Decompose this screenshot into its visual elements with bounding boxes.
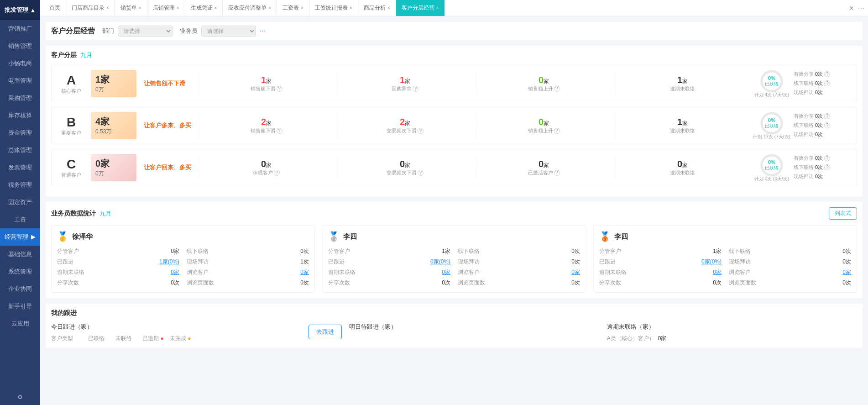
tier-stat-c-3[interactable]: 0家 逾期未联络 (615, 157, 750, 178)
tab-payroll-report[interactable]: 工资统计报表 × (309, 0, 358, 16)
info-icon[interactable]: ? (274, 170, 280, 176)
staff-stat-row: 分管客户 1家 (599, 247, 722, 255)
tier-circle-a: 0% 已联络 计划 4次 (7天/次) (753, 69, 790, 98)
tab-product-analysis[interactable]: 商品分析 × (358, 0, 396, 16)
sidebar-item-assets[interactable]: 固定资产 (0, 194, 40, 211)
tier-stat-c-1[interactable]: 0家 交易频次下滑? (337, 157, 472, 178)
sidebar-header[interactable]: 批发管理 ▲ (0, 0, 40, 20)
tier-row-b: B 重要客户 4家 0.53万 让客户多来、多买 2家 销售额下滑? (51, 107, 857, 144)
sidebar-item-ecommerce[interactable]: 电商管理 (0, 72, 40, 89)
tier-stat-b-1[interactable]: 2家 交易频次下滑? (337, 115, 472, 136)
staff-medal-0: 🥇 (57, 231, 68, 242)
tab-close-icon[interactable]: × (387, 5, 390, 11)
tab-close-icon[interactable]: × (350, 5, 352, 11)
sidebar-item-system[interactable]: 系统管理 (0, 263, 40, 280)
staff-header-2: 🥉 李四 (599, 231, 851, 242)
goto-followup-button[interactable]: 去跟进 (309, 325, 342, 339)
tier-stat-b-2[interactable]: 0家 销售额上升? (476, 115, 611, 136)
tier-stat-a-1[interactable]: 1家 回购异常? (337, 73, 472, 94)
sidebar-item-operations[interactable]: 经营管理 ▶ (0, 228, 40, 246)
sidebar-item-ecommerce-small[interactable]: 小畅电商 (0, 55, 40, 72)
staff-stat-row: 逾期未联络 0家 (328, 268, 450, 276)
tier-stats-b: 2家 销售额下滑? 2家 交易频次下滑? 0家 销售额上升? 1家 逾期未联络 (199, 115, 750, 136)
tier-stat-a-0[interactable]: 1家 销售额下滑? (199, 73, 334, 94)
tier-label-a: A 核心客户 (55, 73, 87, 95)
tier-stat-c-0[interactable]: 0家 休眠客户? (199, 157, 334, 178)
tier-stat-b-3[interactable]: 1家 逾期未联络 (615, 115, 750, 136)
sidebar-item-inventory[interactable]: 库存核算 (0, 107, 40, 124)
tab-close-icon[interactable]: × (301, 5, 303, 11)
sidebar-item-ledger[interactable]: 总账管理 (0, 142, 40, 159)
staff-card-0: 🥇 徐泽华 分管客户 0家 线下联络 0次 (51, 225, 315, 293)
staff-header-1: 🥈 李四 (328, 231, 580, 242)
tab-close-icon[interactable]: × (268, 5, 271, 11)
info-icon[interactable]: ? (418, 128, 424, 134)
sidebar-item-finance[interactable]: 资金管理 (0, 124, 40, 142)
tier-stat-a-2[interactable]: 0家 销售额上升? (476, 73, 611, 94)
overdue-section: 逾期未联络（家） A类（核心）客户） 0家 (607, 323, 857, 342)
tier-stat-b-0[interactable]: 2家 销售额下滑? (199, 115, 334, 136)
tab-store-mgmt[interactable]: 店铺管理 × (147, 0, 185, 16)
customer-tier-header: 客户分层 九月 (51, 51, 857, 59)
a-class-label: A类（核心）客户） (607, 335, 654, 342)
staff-stat-row: 逾期未联络 0家 (599, 268, 722, 276)
sidebar-settings[interactable]: ⚙ (0, 389, 40, 405)
staff-select[interactable]: 请选择 (201, 26, 256, 37)
staff-section-title: 业务员数据统计 (51, 210, 96, 218)
tomorrow-followup-title: 明日待跟进（家） (349, 323, 599, 331)
sidebar-item-basics[interactable]: 基础信息 (0, 246, 40, 263)
staff-section: 业务员数据统计 九月 列表式 🥇 徐泽华 分管客户 (46, 202, 863, 298)
tab-close-active-icon[interactable]: × (436, 5, 439, 11)
sidebar-item-cloud[interactable]: 云应用 (0, 315, 40, 332)
staff-section-month: 九月 (99, 210, 111, 218)
tab-close-icon[interactable]: × (106, 5, 109, 11)
filter-more-icon[interactable]: ··· (260, 27, 266, 35)
tab-home[interactable]: 首页 (44, 0, 66, 16)
sidebar-item-sales[interactable]: 销售管理 (0, 37, 40, 55)
sidebar-item-payroll[interactable]: 工资 (0, 211, 40, 228)
tab-store-products[interactable]: 门店商品目录 × (66, 0, 115, 16)
info-icon[interactable]: ? (554, 86, 560, 92)
staff-stat-row: 已跟进 1家(0%) (57, 258, 179, 266)
tier-count-b: 4家 0.53万 (91, 112, 136, 139)
info-icon[interactable]: ? (418, 170, 424, 176)
page-content: 客户分层经营 部门 请选择 业务员 请选择 ··· 客户分层 九月 (40, 16, 868, 405)
tab-close-icon[interactable]: × (177, 5, 179, 11)
followup-section: 我的跟进 今日跟进（家） 客户类型 已联络 未联络 已逾期 ● 未完成 ● 去跟… (46, 304, 863, 348)
tab-action-close[interactable]: ✕ (849, 5, 854, 12)
tab-customer-tier[interactable]: 客户分层经营 × (396, 0, 445, 16)
sidebar-item-invoice[interactable]: 发票管理 (0, 159, 40, 176)
sidebar-item-tax[interactable]: 税务管理 (0, 176, 40, 194)
sidebar-item-purchase[interactable]: 采购管理 (0, 89, 40, 107)
tab-voucher[interactable]: 生成凭证 × (185, 0, 223, 16)
tier-slogan-c: 让客户回来、多买 (140, 163, 195, 172)
info-icon[interactable]: ? (554, 170, 560, 176)
tier-stat-a-3[interactable]: 1家 逾期未联络 (615, 73, 750, 94)
svg-point-0 (762, 71, 782, 91)
overdue-section-title: 逾期未联络（家） (607, 323, 857, 331)
tier-right-b: 有效分享 0次 ? 线下联络 0次 ? 现场拜访 0次 (794, 112, 853, 139)
sidebar-item-arrow: ▶ (31, 233, 36, 240)
info-icon[interactable]: ? (413, 86, 418, 92)
sidebar-item-collaboration[interactable]: 企业协同 (0, 280, 40, 298)
tab-close-icon[interactable]: × (214, 5, 217, 11)
staff-card-2: 🥉 李四 分管客户 1家 线下联络 0次 (593, 225, 857, 293)
info-icon[interactable]: ? (277, 128, 282, 134)
dept-select[interactable]: 请选择 (118, 26, 173, 37)
tier-stat-c-2[interactable]: 0家 已激活客户? (476, 157, 611, 178)
sidebar-item-guide[interactable]: 新手引导 (0, 298, 40, 315)
info-icon[interactable]: ? (554, 128, 560, 134)
today-followup-title: 今日跟进（家） (51, 323, 301, 331)
tab-close-icon[interactable]: × (139, 5, 141, 11)
list-view-button[interactable]: 列表式 (829, 207, 857, 220)
tab-action-more[interactable]: ⋯ (858, 5, 864, 12)
tab-receivable[interactable]: 应收应付调整单 × (223, 0, 277, 16)
info-icon[interactable]: ? (277, 86, 282, 92)
staff-name-2: 李四 (614, 232, 628, 241)
sidebar-expand-icon: ▲ (30, 7, 36, 14)
tier-right-c: 有效分享 0次 ? 线下联络 0次 ? 现场拜访 0次 (794, 154, 853, 181)
circle-chart-c (759, 153, 784, 178)
tab-sales-order[interactable]: 销货单 × (115, 0, 147, 16)
sidebar-item-marketing[interactable]: 营销推广 (0, 20, 40, 37)
tab-payroll[interactable]: 工资表 × (277, 0, 309, 16)
